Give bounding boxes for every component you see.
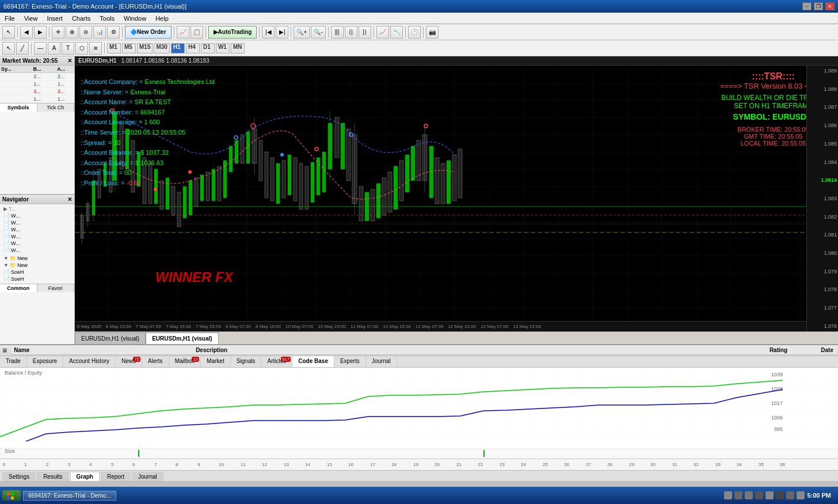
nav-item-w4[interactable]: 📄 W...: [1, 233, 73, 240]
chart-end-btn[interactable]: ▶|: [276, 26, 288, 39]
mw-row-1[interactable]: 2... 2...: [0, 73, 74, 81]
autotrading-button[interactable]: ▶ AutoTrading: [208, 26, 257, 39]
nav-item-w1[interactable]: 📄 W...: [1, 212, 73, 219]
fib-btn[interactable]: ≋: [89, 42, 102, 55]
chart-tab-2[interactable]: EURUSDm,H1 (visual): [146, 333, 218, 344]
term-tab-articles[interactable]: Articles917: [261, 356, 292, 367]
tf-m30[interactable]: M30: [154, 43, 169, 54]
close-button[interactable]: ✕: [825, 2, 835, 10]
nav-item-w6[interactable]: 📄 W...: [1, 247, 73, 254]
minimize-button[interactable]: –: [802, 2, 812, 10]
tf-m1[interactable]: M1: [107, 43, 121, 54]
svg-rect-52: [341, 123, 345, 169]
new-order-button[interactable]: 🔷 New Order: [125, 26, 172, 39]
term-tab-experts[interactable]: Experts: [334, 356, 366, 367]
term-tab-account-history[interactable]: Account History: [63, 356, 116, 367]
tf-mn[interactable]: MN: [231, 43, 245, 54]
menu-window[interactable]: Window: [119, 14, 151, 23]
restore-button[interactable]: ❐: [814, 2, 823, 10]
menu-view[interactable]: View: [20, 14, 43, 23]
menu-insert[interactable]: Insert: [42, 14, 67, 23]
taskbar-items: 6694167: Exness-Trial - Demo...: [23, 491, 719, 501]
line-btn[interactable]: ╱: [16, 42, 29, 55]
mw-row-4[interactable]: 1... 1...: [0, 96, 74, 103]
zoom-chart-in-btn[interactable]: 🔍+: [294, 26, 310, 39]
term-tab-news[interactable]: News72: [116, 356, 142, 367]
taskbar-item-mt4[interactable]: 6694167: Exness-Trial - Demo...: [23, 491, 116, 501]
bottom-tab-settings[interactable]: Settings: [2, 472, 36, 481]
term-tab-signals[interactable]: Signals: [231, 356, 262, 367]
tf-m15[interactable]: M15: [137, 43, 153, 54]
menu-tools[interactable]: Tools: [95, 14, 119, 23]
forward-btn[interactable]: ▶: [34, 26, 47, 39]
zoom-in-btn[interactable]: ⊕: [66, 26, 78, 39]
zoom-chart-out-btn[interactable]: 🔍-: [311, 26, 325, 39]
bottom-tab-results[interactable]: Results: [37, 472, 68, 481]
chart-tab-1[interactable]: EURUSDm,H1 (visual): [75, 333, 146, 344]
tf-m5[interactable]: M5: [122, 43, 136, 54]
crosshair-btn[interactable]: ✛: [52, 26, 64, 39]
bottom-tab-graph[interactable]: Graph: [70, 472, 100, 481]
svg-rect-31: [229, 146, 233, 172]
nav-item-w2[interactable]: 📄 W...: [1, 219, 73, 226]
mw-row-2[interactable]: 1... 1...: [0, 81, 74, 88]
market-watch-close[interactable]: ✕: [67, 58, 72, 64]
nav-tab-favori[interactable]: Favori: [37, 284, 75, 292]
taskbar: 6694167: Exness-Trial - Demo... 5:00 PM: [0, 487, 838, 504]
templates-btn[interactable]: 📋: [191, 26, 203, 39]
clock-btn[interactable]: 🕐: [408, 26, 421, 39]
tf-w1[interactable]: W1: [216, 43, 230, 54]
nav-item-w5[interactable]: 📄 W...: [1, 240, 73, 247]
term-tab-alerts[interactable]: Alerts: [142, 356, 169, 367]
mw-tab-tick[interactable]: Tick Ch: [37, 104, 75, 112]
nav-soeh2[interactable]: 📄 SoeH: [1, 276, 73, 282]
nav-folder-new1[interactable]: ▼ 📁 New: [1, 255, 73, 262]
menu-file[interactable]: File: [0, 14, 20, 23]
nav-item-t[interactable]: ▶ T...: [1, 205, 73, 212]
bottom-tab-journal[interactable]: Journal: [132, 472, 163, 481]
menu-charts[interactable]: Charts: [67, 14, 95, 23]
period-sep-btn[interactable]: |||: [331, 26, 344, 39]
sell-btn[interactable]: 📉: [390, 26, 403, 39]
term-tab-exposure[interactable]: Exposure: [27, 356, 63, 367]
market-watch-header: Market Watch: 20:55 ✕: [0, 56, 74, 66]
tf-d1[interactable]: D1: [201, 43, 215, 54]
back-btn[interactable]: ◀: [20, 26, 33, 39]
tf-h1[interactable]: H1: [171, 43, 185, 54]
term-tab-trade[interactable]: Trade: [0, 356, 27, 367]
bottom-tab-report[interactable]: Report: [101, 472, 131, 481]
sidebar-toggle-icon[interactable]: ≡: [2, 346, 7, 355]
tf-h4[interactable]: H4: [186, 43, 200, 54]
nav-soeh[interactable]: 📄 SoeH: [1, 269, 73, 276]
buy-btn[interactable]: 📈: [376, 26, 389, 39]
nav-tab-common[interactable]: Common: [0, 284, 37, 292]
zoom-out-btn[interactable]: ⊖: [79, 26, 92, 39]
chart-tabs: EURUSDm,H1 (visual) EURUSDm,H1 (visual): [75, 331, 838, 344]
navigator-close[interactable]: ✕: [67, 196, 72, 203]
term-tab-journal[interactable]: Journal: [366, 356, 397, 367]
mw-row-3[interactable]: 3... 3...: [0, 88, 74, 96]
nav-item-w3[interactable]: 📄 W...: [1, 226, 73, 233]
nav-folder-new2[interactable]: ▼ 📁 New: [1, 262, 73, 269]
chart-scroll-btn[interactable]: |◀: [262, 26, 275, 39]
chart-type-btn[interactable]: 📊: [93, 26, 106, 39]
start-button[interactable]: [2, 490, 21, 500]
chart-next-btn[interactable]: |⟩: [359, 26, 371, 39]
term-tab-mailbox[interactable]: Mailbox10: [169, 356, 201, 367]
mw-tab-symbols[interactable]: Symbols: [0, 104, 37, 112]
screenshot-btn[interactable]: 📷: [426, 26, 439, 39]
arrow-tool-btn[interactable]: ↖: [2, 26, 15, 39]
menu-help[interactable]: Help: [151, 14, 173, 23]
abc-btn[interactable]: T: [62, 42, 74, 55]
term-tab-codebase[interactable]: Code Base: [292, 356, 334, 367]
chart-canvas[interactable]: ::Account Company: = Exness Technologies…: [75, 66, 838, 331]
chart-prev-btn[interactable]: ⟨|: [345, 26, 357, 39]
term-tab-market[interactable]: Market: [201, 356, 231, 367]
trendline-btn[interactable]: A: [48, 42, 60, 55]
properties-btn[interactable]: ⚙: [107, 26, 120, 39]
indicators-btn[interactable]: 📈: [177, 26, 189, 39]
shapes-btn[interactable]: ⬡: [75, 42, 88, 55]
hline-btn[interactable]: —: [34, 42, 47, 55]
sep9: [374, 26, 374, 38]
crosshair2-btn[interactable]: ↖: [2, 42, 15, 55]
